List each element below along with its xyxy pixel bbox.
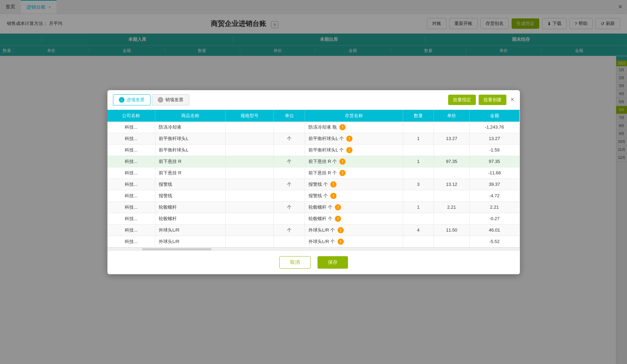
cell-product: 前下悬挂 R <box>155 167 226 179</box>
cell-qty <box>403 236 434 247</box>
dialog-close-button[interactable]: × <box>511 96 514 103</box>
cell-unitprice: 13.27 <box>434 133 469 144</box>
save-button[interactable]: 保存 <box>317 256 348 269</box>
cell-unitprice: 97.35 <box>434 156 469 167</box>
cell-unit <box>274 190 305 201</box>
batch-specify-button[interactable]: 批量指定 <box>448 95 476 105</box>
cell-qty: 1 <box>403 201 434 213</box>
th-qty: 数量 <box>403 110 434 122</box>
cell-product: 外球头L/R <box>155 236 226 247</box>
cell-inventory: 前下悬挂 R 个 ! <box>305 156 403 167</box>
warning-icon: ! <box>330 181 337 188</box>
cell-unitprice <box>434 213 469 224</box>
cell-product: 前平衡杆球头L <box>155 144 226 156</box>
cell-amount: -1,243.76 <box>469 122 520 133</box>
cell-company: 科技... <box>107 179 155 190</box>
cell-unitprice: 2.21 <box>434 201 469 213</box>
cell-spec <box>226 144 274 156</box>
dialog-header: ↓ 进项发票 ↑ 销项发票 批量指定 批量创建 × <box>107 90 520 110</box>
cell-unitprice: 11.50 <box>434 224 469 236</box>
warning-icon: ! <box>346 147 352 153</box>
warning-icon: ! <box>335 216 341 222</box>
dialog-overlay: ↓ 进项发票 ↑ 销项发票 批量指定 批量创建 × 公司名称 商品 <box>0 0 627 364</box>
cell-inventory: 前平衡杆球头L 个 ! <box>305 144 403 156</box>
cell-amount: -4.72 <box>469 190 520 201</box>
cell-unit: 个 <box>274 201 305 213</box>
cell-product: 前下悬挂 R <box>155 156 226 167</box>
warning-icon: ! <box>339 124 346 130</box>
cell-company: 科技... <box>107 167 155 179</box>
cell-unitprice: 13.12 <box>434 179 469 190</box>
cell-amount: 97.35 <box>469 156 520 167</box>
cell-amount: 39.37 <box>469 179 520 190</box>
warning-icon: ! <box>335 204 341 210</box>
cell-spec <box>226 156 274 167</box>
cell-inventory: 轮毂螺杆 个 ! <box>305 213 403 224</box>
cell-product: 外球头L/R <box>155 224 226 236</box>
cell-inventory: 报警线 个 ! <box>305 179 403 190</box>
cell-unitprice <box>434 190 469 201</box>
th-product: 商品名称 <box>155 110 226 122</box>
cell-qty <box>403 190 434 201</box>
tab-inbound-invoice[interactable]: ↓ 进项发票 <box>113 94 150 105</box>
invoice-dialog: ↓ 进项发票 ↑ 销项发票 批量指定 批量创建 × 公司名称 商品 <box>107 90 520 274</box>
cell-amount: 46.01 <box>469 224 520 236</box>
cell-unitprice <box>434 167 469 179</box>
cell-amount: -0.27 <box>469 213 520 224</box>
cell-unit: 个 <box>274 156 305 167</box>
cell-spec <box>226 122 274 133</box>
cell-inventory: 前下悬挂 R 个 ! <box>305 167 403 179</box>
cell-unit: 个 <box>274 133 305 144</box>
warning-icon: ! <box>346 136 352 142</box>
tab-outbound-invoice[interactable]: ↑ 销项发票 <box>152 94 189 105</box>
cell-product: 轮毂螺杆 <box>155 201 226 213</box>
table-row: 科技... 外球头L/R 个 外球头L/R 个 ! 4 11.50 46.01 <box>107 224 520 236</box>
inbound-tab-label: 进项发票 <box>127 97 145 103</box>
th-unitprice: 单价 <box>434 110 469 122</box>
cell-qty: 1 <box>403 156 434 167</box>
cell-inventory: 报警线 个 ! <box>305 190 403 201</box>
dialog-table-container[interactable]: 公司名称 商品名称 规格型号 单位 存货名称 数量 单价 金额 科技... 防冻… <box>107 110 520 248</box>
cell-qty <box>403 213 434 224</box>
cell-product: 轮毂螺杆 <box>155 213 226 224</box>
dialog-actions: 批量指定 批量创建 <box>448 95 506 105</box>
th-company: 公司名称 <box>107 110 155 122</box>
table-row: 科技... 报警线 个 报警线 个 ! 3 13.12 39.37 <box>107 179 520 190</box>
cancel-button[interactable]: 取消 <box>279 256 311 269</box>
th-unit: 单位 <box>274 110 305 122</box>
table-header-row: 公司名称 商品名称 规格型号 单位 存货名称 数量 单价 金额 <box>107 110 520 122</box>
cell-company: 科技... <box>107 122 155 133</box>
table-row: 科技... 轮毂螺杆 个 轮毂螺杆 个 ! 1 2.21 2.21 <box>107 201 520 213</box>
cell-unit <box>274 144 305 156</box>
table-head: 公司名称 商品名称 规格型号 单位 存货名称 数量 单价 金额 <box>107 110 520 122</box>
cell-spec <box>226 167 274 179</box>
horizontal-scrollbar[interactable] <box>107 248 520 250</box>
cell-unit <box>274 122 305 133</box>
cell-amount: -1.59 <box>469 144 520 156</box>
cell-unit: 个 <box>274 179 305 190</box>
cell-qty: 4 <box>403 224 434 236</box>
th-inventory: 存货名称 <box>305 110 403 122</box>
cell-unit <box>274 213 305 224</box>
cell-company: 科技... <box>107 144 155 156</box>
cell-company: 科技... <box>107 224 155 236</box>
cell-spec <box>226 236 274 247</box>
dialog-footer: 取消 保存 <box>107 250 520 274</box>
cell-amount: 2.21 <box>469 201 520 213</box>
cell-unitprice <box>434 144 469 156</box>
cell-amount: 13.27 <box>469 133 520 144</box>
table-row: 科技... 报警线 报警线 个 ! -4.72 <box>107 190 520 201</box>
cell-spec <box>226 201 274 213</box>
cell-spec <box>226 133 274 144</box>
table-row: 科技... 前下悬挂 R 前下悬挂 R 个 ! -11.68 <box>107 167 520 179</box>
cell-qty: 1 <box>403 133 434 144</box>
invoice-table: 公司名称 商品名称 规格型号 单位 存货名称 数量 单价 金额 科技... 防冻… <box>107 110 520 248</box>
batch-create-button[interactable]: 批量创建 <box>479 95 506 105</box>
cell-product: 报警线 <box>155 179 226 190</box>
cell-qty <box>403 144 434 156</box>
table-row: 科技... 外球头L/R 外球头L/R 个 ! -5.52 <box>107 236 520 247</box>
table-row: 科技... 轮毂螺杆 轮毂螺杆 个 ! -0.27 <box>107 213 520 224</box>
cell-spec <box>226 213 274 224</box>
outbound-tab-icon: ↑ <box>158 97 163 103</box>
cell-company: 科技... <box>107 190 155 201</box>
